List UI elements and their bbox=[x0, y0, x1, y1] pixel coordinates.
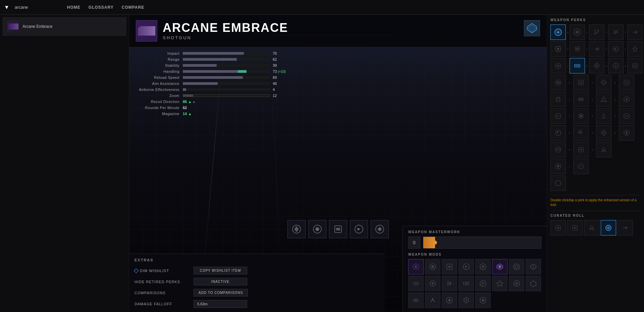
damage-falloff-input[interactable] bbox=[194, 300, 247, 308]
perk-arrow-6c: › bbox=[613, 114, 618, 118]
svg-point-59 bbox=[581, 99, 583, 100]
perk-cell-4-3[interactable] bbox=[596, 75, 611, 90]
perk-icon-5[interactable] bbox=[371, 220, 389, 238]
perk-cell-3-4[interactable] bbox=[608, 58, 624, 73]
perk-icon-3[interactable] bbox=[329, 220, 347, 238]
curated-perk-4[interactable] bbox=[601, 220, 616, 236]
stat-value-zoom: 12 bbox=[273, 94, 277, 98]
mod-icon-8[interactable] bbox=[526, 259, 541, 274]
perk-cell-3-2[interactable] bbox=[570, 58, 585, 73]
mod-icon-21[interactable] bbox=[475, 293, 491, 308]
masterwork-indicator bbox=[433, 241, 437, 245]
perk-cell-6-4[interactable] bbox=[619, 108, 634, 124]
perk-cell-5-1[interactable] bbox=[550, 92, 566, 107]
mod-icon-6[interactable] bbox=[492, 259, 507, 274]
perk-cell-9-2[interactable] bbox=[573, 159, 589, 174]
perk-icon-1[interactable] bbox=[287, 220, 306, 238]
svg-point-36 bbox=[432, 298, 433, 300]
perk-cell-6-3[interactable] bbox=[596, 108, 611, 124]
perk-cell-1-3[interactable] bbox=[589, 24, 604, 40]
mod-icon-19[interactable] bbox=[442, 293, 457, 308]
mod-icon-14[interactable] bbox=[492, 276, 507, 291]
perk-cell-1-1[interactable] bbox=[550, 24, 566, 40]
perk-cell-9-1[interactable] bbox=[550, 159, 566, 174]
search-input[interactable] bbox=[15, 5, 55, 10]
perk-cell-4-2[interactable] bbox=[573, 75, 589, 90]
copy-wishlist-button[interactable]: COPY WISHLIST ITEM bbox=[194, 267, 247, 274]
perk-cell-5-2[interactable] bbox=[573, 92, 589, 107]
mod-icon-16[interactable] bbox=[526, 276, 541, 291]
perk-cell-3-5[interactable] bbox=[627, 58, 643, 73]
mod-icon-3[interactable] bbox=[442, 259, 457, 274]
curated-perk-1[interactable] bbox=[550, 220, 566, 236]
perk-cell-8-3[interactable] bbox=[596, 142, 611, 157]
stat-label-aim: Aim Assistance bbox=[136, 82, 183, 86]
perk-cell-2-4[interactable] bbox=[608, 41, 624, 57]
perk-cell-4-4[interactable] bbox=[619, 75, 634, 90]
curated-perk-5[interactable] bbox=[618, 220, 633, 236]
perk-cell-3-1[interactable] bbox=[550, 58, 566, 73]
mod-icon-20[interactable] bbox=[459, 293, 474, 308]
perk-cell-2-2[interactable] bbox=[570, 41, 585, 57]
stat-bar-airborne bbox=[183, 88, 270, 91]
mods-grid bbox=[408, 259, 541, 308]
weapon-title-block: ARCANE EMBRACE SHOTGUN bbox=[163, 22, 288, 40]
perk-arrow-5b: › bbox=[590, 98, 595, 101]
mod-icon-7[interactable] bbox=[509, 259, 524, 274]
svg-point-28 bbox=[466, 283, 467, 284]
perk-cell-10-1[interactable] bbox=[550, 175, 566, 191]
perk-cell-7-3[interactable] bbox=[596, 125, 611, 141]
perk-row-6: › › › bbox=[550, 108, 641, 124]
perk-cell-8-2[interactable] bbox=[573, 142, 589, 157]
mod-icon-13[interactable] bbox=[475, 276, 491, 291]
svg-point-62 bbox=[580, 115, 582, 117]
perk-cell-6-2[interactable] bbox=[573, 108, 589, 124]
mod-icon-12[interactable] bbox=[459, 276, 474, 291]
mod-icon-5[interactable] bbox=[475, 259, 491, 274]
weapon-type: SHOTGUN bbox=[163, 35, 288, 40]
mod-icon-1[interactable] bbox=[408, 259, 424, 274]
perk-cell-1-4[interactable] bbox=[608, 24, 624, 40]
perk-cell-3-3[interactable] bbox=[589, 58, 604, 73]
mod-icon-15[interactable] bbox=[509, 276, 524, 291]
perk-cell-8-1[interactable] bbox=[550, 142, 566, 157]
mod-icon-10[interactable] bbox=[425, 276, 440, 291]
curated-perk-3[interactable] bbox=[584, 220, 599, 236]
masterwork-bar[interactable] bbox=[423, 237, 541, 249]
right-panel: WEAPON MASTERWORK 0 WEAPON MODS bbox=[402, 226, 547, 312]
perk-cell-5-3[interactable] bbox=[596, 92, 611, 107]
mod-icon-4[interactable] bbox=[459, 259, 474, 274]
stat-magazine: Magazine 14 ▲ bbox=[136, 112, 540, 116]
perk-icon-2[interactable] bbox=[308, 220, 326, 238]
svg-point-22 bbox=[514, 264, 520, 270]
mod-icon-9[interactable] bbox=[408, 276, 424, 291]
sidebar-item-arcane-embrace[interactable]: Arcane Embrace bbox=[3, 17, 126, 36]
perk-cell-4-1[interactable] bbox=[550, 75, 566, 90]
mod-icon-11[interactable] bbox=[442, 276, 457, 291]
perk-cell-2-1[interactable] bbox=[550, 41, 566, 57]
perk-cell-5-4[interactable] bbox=[619, 92, 634, 107]
hide-retired-button[interactable]: INACTIVE bbox=[194, 278, 247, 285]
nav-glossary[interactable]: GLOSSARY bbox=[89, 5, 114, 10]
perk-icon-4[interactable] bbox=[350, 220, 368, 238]
perk-arrow-6b: › bbox=[590, 114, 595, 118]
perk-arrow-3d: › bbox=[625, 64, 626, 68]
nav-compare[interactable]: COMPARE bbox=[122, 5, 144, 10]
stat-bar-impact bbox=[183, 52, 270, 55]
perk-cell-7-1[interactable] bbox=[550, 125, 566, 141]
perk-cell-1-2[interactable] bbox=[570, 24, 585, 40]
perk-cell-7-2[interactable] bbox=[573, 125, 589, 141]
perk-cell-7-4[interactable] bbox=[619, 125, 634, 141]
perk-cell-2-3[interactable] bbox=[589, 41, 604, 57]
mod-icon-18[interactable] bbox=[425, 293, 440, 308]
stat-label-stability: Stability bbox=[136, 63, 183, 67]
curated-perk-2[interactable] bbox=[567, 220, 583, 236]
perk-cell-2-5[interactable] bbox=[627, 41, 643, 57]
stat-rpm: Rounds Per Minute 62 bbox=[136, 106, 540, 110]
perk-cell-1-5[interactable] bbox=[627, 24, 643, 40]
mod-icon-17[interactable] bbox=[408, 293, 424, 308]
add-to-comparisons-button[interactable]: ADD TO COMPARISONS bbox=[194, 289, 248, 297]
nav-home[interactable]: HOME bbox=[67, 5, 80, 10]
mod-icon-2[interactable] bbox=[425, 259, 440, 274]
perk-cell-6-1[interactable] bbox=[550, 108, 566, 124]
